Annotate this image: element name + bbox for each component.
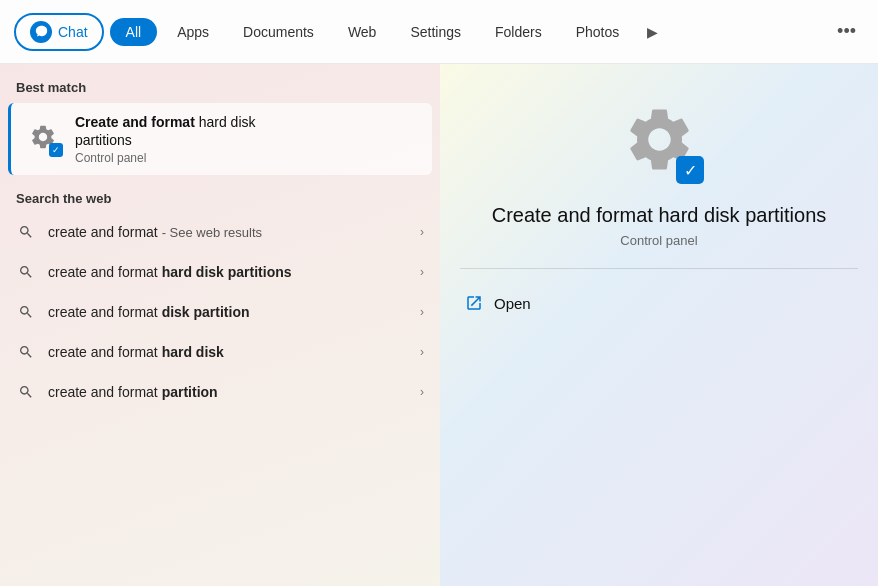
search-result-text: create and format - See web results <box>48 224 408 240</box>
documents-filter-button[interactable]: Documents <box>229 18 328 46</box>
search-result-item[interactable]: create and format hard disk › <box>0 332 440 372</box>
apps-filter-button[interactable]: Apps <box>163 18 223 46</box>
search-text-normal: create and format <box>48 224 158 240</box>
photos-filter-button[interactable]: Photos <box>562 18 634 46</box>
search-text-bold: hard disk partitions <box>162 264 292 280</box>
open-icon <box>464 293 484 313</box>
best-match-subtitle: Control panel <box>75 151 256 165</box>
app-category: Control panel <box>620 233 697 248</box>
open-label: Open <box>494 295 531 312</box>
chevron-icon: › <box>420 345 424 359</box>
search-text-bold: partition <box>162 384 218 400</box>
title-bold: Create and format <box>75 114 195 130</box>
title-normal2: partitions <box>75 132 132 148</box>
app-check-icon: ✓ <box>676 156 704 184</box>
all-filter-button[interactable]: All <box>110 18 158 46</box>
main-content: Best match ✓ Create and format hard disk… <box>0 64 878 586</box>
chevron-icon: › <box>420 385 424 399</box>
chevron-icon: › <box>420 225 424 239</box>
search-text-bold: hard disk <box>162 344 224 360</box>
search-text-normal: create and format <box>48 304 162 320</box>
open-button[interactable]: Open <box>460 285 858 321</box>
search-result-item[interactable]: create and format hard disk partitions › <box>0 252 440 292</box>
search-icon <box>16 382 36 402</box>
chat-label: Chat <box>58 24 88 40</box>
search-result-item[interactable]: create and format disk partition › <box>0 292 440 332</box>
search-result-text: create and format hard disk partitions <box>48 264 408 280</box>
search-text-normal: create and format <box>48 384 162 400</box>
title-normal: hard disk <box>199 114 256 130</box>
best-match-text: Create and format hard disk partitions C… <box>75 113 256 165</box>
divider <box>460 268 858 269</box>
search-result-item[interactable]: create and format - See web results › <box>0 212 440 252</box>
web-filter-button[interactable]: Web <box>334 18 391 46</box>
app-name: Create and format hard disk partitions <box>492 204 827 227</box>
play-button[interactable]: ▶ <box>639 20 666 44</box>
search-icon <box>16 222 36 242</box>
chevron-icon: › <box>420 305 424 319</box>
search-result-text: create and format disk partition <box>48 304 408 320</box>
search-text-normal: create and format <box>48 264 162 280</box>
settings-filter-button[interactable]: Settings <box>396 18 475 46</box>
search-text-bold: disk partition <box>162 304 250 320</box>
folders-filter-button[interactable]: Folders <box>481 18 556 46</box>
check-badge-icon: ✓ <box>49 143 63 157</box>
best-match-item[interactable]: ✓ Create and format hard disk partitions… <box>8 103 432 175</box>
see-web-results: - See web results <box>162 225 262 240</box>
right-panel: ✓ Create and format hard disk partitions… <box>440 64 878 586</box>
best-match-label: Best match <box>0 80 440 95</box>
top-bar: Chat All Apps Documents Web Settings Fol… <box>0 0 878 64</box>
search-result-text: create and format partition <box>48 384 408 400</box>
app-name-normal: Create and format hard disk partitions <box>492 204 827 226</box>
chat-icon <box>30 21 52 43</box>
left-panel: Best match ✓ Create and format hard disk… <box>0 64 440 586</box>
chevron-icon: › <box>420 265 424 279</box>
search-result-text: create and format hard disk <box>48 344 408 360</box>
search-icon <box>16 302 36 322</box>
search-result-item[interactable]: create and format partition › <box>0 372 440 412</box>
search-web-label: Search the web <box>0 191 440 206</box>
more-button[interactable]: ••• <box>829 17 864 46</box>
search-icon <box>16 342 36 362</box>
search-text-normal: create and format <box>48 344 162 360</box>
search-icon <box>16 262 36 282</box>
best-match-icon: ✓ <box>27 121 63 157</box>
app-big-icon: ✓ <box>614 94 704 184</box>
best-match-title: Create and format hard disk partitions <box>75 113 256 149</box>
chat-button[interactable]: Chat <box>14 13 104 51</box>
